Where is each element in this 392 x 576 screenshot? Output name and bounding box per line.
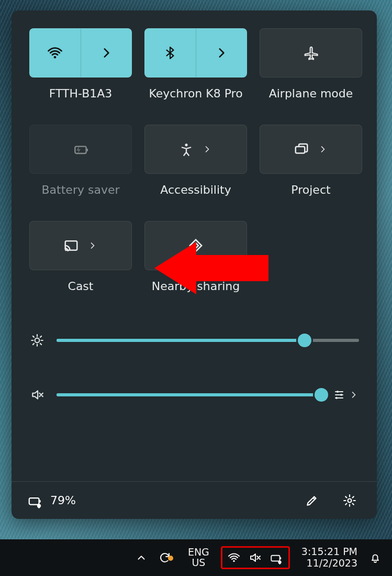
wifi-icon [47,45,63,61]
panel-footer: 79% [12,481,377,519]
brightness-slider[interactable] [57,339,359,342]
battery-percent-label: 79% [50,494,76,507]
sync-warning-dot-icon [168,556,173,561]
lang-bottom: US [188,558,209,568]
bell-icon [369,551,382,564]
chevron-right-icon [349,390,359,400]
airplane-label: Airplane mode [269,87,353,103]
project-tile[interactable] [260,125,362,174]
chevron-right-icon [215,46,228,60]
system-tray-icons[interactable] [221,546,290,569]
project-icon [294,141,309,157]
settings-button[interactable] [338,489,361,512]
battery-saver-tile [29,125,132,174]
battery-status[interactable]: 79% [27,493,76,508]
volume-mute-icon [249,551,261,564]
wifi-tile[interactable] [29,28,132,77]
battery-heart-icon [270,551,283,564]
bluetooth-label: Keychron K8 Pro [149,87,242,103]
clock-button[interactable]: 3:15:21 PM 11/2/2023 [301,546,357,569]
cast-label: Cast [68,280,94,295]
battery-heart-icon [27,493,43,508]
accessibility-tile[interactable] [144,125,247,174]
battery-saver-icon [72,141,89,158]
airplane-icon [303,45,319,61]
nearby-sharing-icon [188,238,204,253]
quick-settings-panel: FTTH-B1A3 Keychron K8 Pro Airplane mode [12,10,377,519]
wifi-icon [228,551,240,564]
nearby-sharing-label: Nearby sharing [152,280,240,295]
cast-icon [63,238,79,253]
pencil-icon [305,494,319,507]
edit-quick-settings-button[interactable] [300,489,323,512]
mixer-icon [333,389,345,401]
chevron-right-icon [99,46,113,60]
airplane-tile[interactable] [260,28,362,77]
volume-slider-row [29,384,359,405]
bluetooth-tile[interactable] [144,28,247,77]
accessibility-icon [179,142,194,157]
brightness-slider-row [29,330,359,351]
chevron-right-icon [318,144,328,154]
chevron-right-icon [202,144,212,154]
volume-slider[interactable] [57,393,321,396]
time-label: 3:15:21 PM [301,546,357,558]
onedrive-sync-button[interactable] [159,551,176,564]
battery-saver-label: Battery saver [42,183,120,199]
lang-top: ENG [188,547,209,558]
volume-mute-icon[interactable] [29,388,45,402]
nearby-sharing-tile[interactable] [144,221,247,270]
cast-tile[interactable] [29,221,132,270]
chevron-up-icon [136,552,147,563]
notifications-button[interactable] [369,551,382,564]
bluetooth-icon [163,46,177,60]
date-label: 11/2/2023 [301,558,357,569]
wifi-label: FTTH-B1A3 [49,87,113,103]
project-label: Project [291,183,330,199]
bluetooth-expand[interactable] [196,29,247,77]
wifi-toggle[interactable] [30,29,81,77]
bluetooth-toggle[interactable] [145,29,196,77]
chevron-right-icon [87,240,98,251]
taskbar: ENG US 3:15:21 PM 11/2/2023 [0,539,392,576]
brightness-icon [29,334,45,347]
language-button[interactable]: ENG US [188,547,209,568]
accessibility-label: Accessibility [160,183,231,199]
wifi-expand[interactable] [81,29,132,77]
audio-output-button[interactable] [333,389,345,401]
gear-icon [343,494,356,507]
tray-overflow-button[interactable] [136,552,147,563]
